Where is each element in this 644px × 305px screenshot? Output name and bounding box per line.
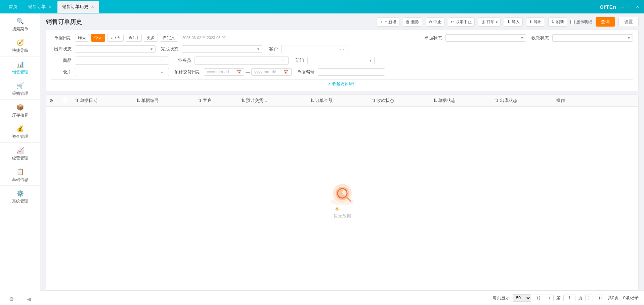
complete-status-label: 完成状态 <box>161 46 182 52</box>
top-bar: 首页 销售订单 ✕ 销售订单历史 ✕ OfTEn — □ ✕ <box>0 0 644 13</box>
warehouse-select[interactable]: ··· <box>75 68 169 76</box>
tab-home[interactable]: 首页 <box>4 1 22 13</box>
next-page-btn[interactable]: ⟩ <box>585 295 593 301</box>
current-page-input[interactable] <box>563 295 575 301</box>
date-btn-yesterday[interactable]: 昨天 <box>75 34 89 42</box>
import-icon: ⬇ <box>507 20 510 24</box>
complete-status-select[interactable] <box>182 45 262 53</box>
sidebar-item-operation-mgmt[interactable]: 📈 经营管理 <box>0 143 40 164</box>
collapse-more-text: 收起更多条件 <box>332 81 356 87</box>
stop-label: 中止 <box>433 19 441 25</box>
col-outbound-status-label: ⇅ 出库状态 <box>495 98 517 103</box>
sidebar-label-capital-mgmt: 资金管理 <box>12 134 28 140</box>
col-estimated-delivery-label: ⇅ 预计交货... <box>241 98 267 103</box>
import-label: 导入 <box>512 19 520 25</box>
department-select[interactable] <box>307 57 375 64</box>
customer-select[interactable]: ··· <box>281 45 348 53</box>
print-label: 打印 <box>486 19 495 25</box>
col-bill-date-label: ⇅ 单据日期 <box>75 98 97 103</box>
product-dots[interactable]: ··· <box>159 58 166 63</box>
sidebar-item-capital-mgmt[interactable]: 💰 资金管理 <box>0 121 40 143</box>
refresh-label: 刷新 <box>556 19 564 25</box>
new-icon: ＋ <box>380 19 384 25</box>
delete-button[interactable]: 🗑 删除 <box>403 17 422 27</box>
date-range-text: 2023-06-02 至 2023-06-02 <box>182 35 226 40</box>
sidebar-item-sales-mgmt[interactable]: 📊 销售管理 <box>0 56 40 78</box>
sidebar-settings-icon[interactable]: ⚙ <box>9 296 14 302</box>
warehouse-dots[interactable]: ··· <box>159 69 166 75</box>
sidebar-item-system-mgmt[interactable]: ⚙️ 系统管理 <box>0 186 40 207</box>
receipt-status-select[interactable] <box>552 34 633 42</box>
quick-nav-icon: 🧭 <box>16 39 24 46</box>
date-btn-7days[interactable]: 近7天 <box>107 34 124 42</box>
gear-icon[interactable]: ⚙ <box>49 98 53 103</box>
delivery-date-to-text: yyyy-mm-dd <box>254 70 276 74</box>
per-page-select[interactable]: 10 20 50 100 <box>513 294 531 302</box>
filter-row-2: 出库状态 完成状态 客户 ··· <box>51 45 633 53</box>
sidebar-label-sales-mgmt: 销售管理 <box>12 69 28 75</box>
show-detail-checkbox-label[interactable]: 显示明细 <box>570 19 592 25</box>
col-receipt-status-label: ⇅ 收款状态 <box>372 98 394 103</box>
minimize-btn[interactable]: — <box>620 4 625 9</box>
total-text: 共0页，0条记录 <box>608 295 639 301</box>
date-btn-today[interactable]: 今天 <box>91 34 105 42</box>
sidebar-label-system-mgmt: 系统管理 <box>12 198 28 204</box>
sidebar-item-search-menu[interactable]: 🔍 搜索菜单 <box>0 13 40 35</box>
refresh-button[interactable]: ↻ 刷新 <box>548 17 567 27</box>
collapse-more[interactable]: ∧ 收起更多条件 <box>51 79 633 87</box>
last-page-btn[interactable]: ⟩⟩ <box>596 295 605 301</box>
product-select[interactable]: ··· <box>75 56 169 65</box>
sidebar-item-inventory[interactable]: 📦 库存核算 <box>0 100 40 121</box>
delete-label: 删除 <box>411 19 419 25</box>
tab-sales-order[interactable]: 销售订单 ✕ <box>24 1 56 13</box>
sidebar-item-basic-info[interactable]: 📋 基础信息 <box>0 164 40 186</box>
outbound-status-dropdown-icon <box>151 47 153 51</box>
import-button[interactable]: ⬇ 导入 <box>504 17 523 27</box>
customer-dots[interactable]: ··· <box>339 46 345 52</box>
prev-page-btn[interactable]: ⟨ <box>546 295 554 301</box>
salesperson-select[interactable]: ··· <box>195 56 289 65</box>
date-btn-custom[interactable]: 自定义 <box>160 34 178 42</box>
bill-status-select[interactable] <box>445 34 526 42</box>
tab-sales-order-close[interactable]: ✕ <box>48 5 51 9</box>
salesperson-dots[interactable]: ··· <box>279 58 286 63</box>
export-button[interactable]: ⬆ 导出 <box>526 17 545 27</box>
sidebar-label-quick-nav: 快捷导航 <box>12 48 28 53</box>
bill-number-input[interactable] <box>318 68 385 76</box>
first-page-btn[interactable]: ⟨⟨ <box>534 295 543 301</box>
maximize-btn[interactable]: □ <box>627 4 633 9</box>
col-operation: 操作 <box>553 95 638 107</box>
delivery-date-from[interactable]: yyyy-mm-dd 📅 <box>204 68 244 76</box>
close-btn[interactable]: ✕ <box>635 4 640 9</box>
filter-row-1: 单据日期 昨天 今天 近7天 近1月 更多 自定义 2023-06-02 至 2… <box>51 34 633 42</box>
cancel-stop-button[interactable]: ↩ 取消中止 <box>448 17 475 27</box>
date-btn-more[interactable]: 更多 <box>144 34 158 42</box>
sidebar-label-basic-info: 基础信息 <box>12 177 28 183</box>
print-button[interactable]: 🖨 打印 ▾ <box>478 17 501 27</box>
bill-status-label: 单据状态 <box>425 35 445 41</box>
filter-row-3: 商品 ··· 业务员 ··· 部门 <box>51 56 633 65</box>
calendar-to-icon[interactable]: 📅 <box>284 70 289 74</box>
window-controls: — □ ✕ <box>620 4 640 9</box>
outbound-status-select[interactable] <box>75 45 156 53</box>
show-detail-checkbox[interactable] <box>570 20 575 24</box>
print-icon: 🖨 <box>481 20 485 24</box>
tab-sales-order-history-close[interactable]: ✕ <box>91 5 94 9</box>
basic-info-icon: 📋 <box>16 168 24 176</box>
calendar-from-icon[interactable]: 📅 <box>236 70 241 74</box>
delivery-date-to[interactable]: yyyy-mm-dd 📅 <box>251 68 292 76</box>
sidebar-item-quick-nav[interactable]: 🧭 快捷导航 <box>0 35 40 56</box>
purchase-mgmt-icon: 🛒 <box>16 82 24 89</box>
select-all-checkbox[interactable] <box>63 98 67 102</box>
setting-button[interactable]: 设置 <box>618 17 639 27</box>
query-button[interactable]: 查询 <box>596 17 615 27</box>
export-icon: ⬆ <box>529 20 532 24</box>
stop-button[interactable]: ⊘ 中止 <box>426 17 444 27</box>
tab-sales-order-history[interactable]: 销售订单历史 ✕ <box>57 1 99 13</box>
inventory-icon: 📦 <box>16 104 24 111</box>
date-btn-1month[interactable]: 近1月 <box>126 34 142 42</box>
sidebar-item-purchase-mgmt[interactable]: 🛒 采购管理 <box>0 78 40 100</box>
new-button[interactable]: ＋ + 新增 <box>377 17 399 27</box>
product-label: 商品 <box>51 58 75 64</box>
sidebar-collapse-icon[interactable]: ◀ <box>27 296 31 302</box>
